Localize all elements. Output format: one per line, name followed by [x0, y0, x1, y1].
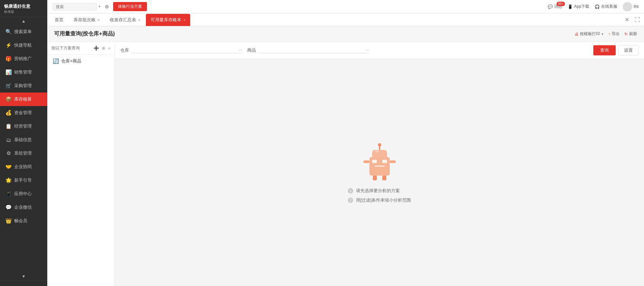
- warehouse-label: 仓库: [120, 47, 129, 53]
- print-icon: 🖨: [574, 32, 578, 36]
- online-service-btn[interactable]: 🎧 在线客服: [595, 4, 617, 9]
- tab-label-batch-ledger: 库存批次账: [74, 17, 96, 23]
- product-more-btn[interactable]: ···: [365, 48, 369, 52]
- sidebar-item-app-center[interactable]: 📱应用中心: [0, 187, 47, 201]
- scheme-icon: 🔄: [53, 58, 59, 64]
- gear-icon[interactable]: ⚙: [105, 4, 109, 9]
- headset-icon: 🎧: [595, 4, 600, 9]
- product-label: 商品: [247, 47, 256, 53]
- messages-btn[interactable]: 💬 消息 99+: [548, 4, 562, 9]
- tip-item-2: 2 用[过滤]条件来缩小分析范围: [348, 197, 411, 203]
- sidebar-item-finance[interactable]: 💰资金管理: [0, 106, 47, 120]
- settings-button[interactable]: 设置: [618, 45, 639, 55]
- print-btn[interactable]: 🖨 按模板打印 ▾: [574, 31, 603, 37]
- sidebar-item-inventory[interactable]: 📦库存核算: [0, 93, 47, 106]
- sidebar-label-search: 搜索菜单: [14, 29, 32, 35]
- sidebar-item-purchase[interactable]: 🛒采购管理: [0, 79, 47, 93]
- tip-text-2: 用[过滤]条件来缩小分析范围: [356, 197, 411, 203]
- topbar-right: 💬 消息 99+ 📱 App下载 🎧 在线客服 Rit: [548, 2, 639, 11]
- username-label: Rit: [634, 4, 639, 9]
- maximize-icon[interactable]: ⛶: [633, 16, 641, 24]
- sidebar-icon-inventory: 📦: [5, 96, 11, 102]
- tip-num-2: 2: [348, 198, 353, 203]
- close-window-icon[interactable]: ✕: [623, 15, 630, 24]
- scheme-item-warehouse-product[interactable]: 🔄 仓库+商品: [47, 55, 114, 68]
- search-input[interactable]: [53, 3, 97, 10]
- settings-scheme-icon[interactable]: ⊕: [102, 46, 105, 51]
- filter-row: 仓库 ··· 商品 ··· 查询 设置: [115, 42, 644, 59]
- sidebar-label-wechat: 企业微信: [14, 204, 32, 210]
- sidebar-icon-search: 🔍: [5, 29, 11, 35]
- sidebar-logo-sub: 标准版: [4, 9, 43, 14]
- user-avatar[interactable]: Rit: [623, 2, 639, 11]
- print-chevron-icon[interactable]: ▾: [601, 32, 603, 36]
- message-badge: 99+: [557, 2, 565, 6]
- filter-actions: 查询 设置: [593, 45, 639, 55]
- tab-close-batch-ledger[interactable]: ×: [98, 18, 100, 22]
- svg-rect-2: [382, 160, 387, 163]
- topbar-search: ▾: [53, 3, 101, 10]
- sidebar-icon-basic-info: 🗂: [5, 137, 11, 143]
- sidebar-label-basic-info: 基础信息: [14, 137, 32, 143]
- warehouse-more-btn[interactable]: ···: [238, 48, 242, 52]
- sidebar-label-purchase: 采购管理: [14, 83, 32, 89]
- chevron-down-icon[interactable]: ▾: [99, 4, 101, 9]
- sidebar-label-finance: 资金管理: [14, 110, 32, 116]
- sidebar-item-quick-nav[interactable]: ⚡快捷导航: [0, 38, 47, 52]
- tab-batch-ledger[interactable]: 库存批次账×: [69, 14, 104, 26]
- left-panel-header: 按以下方案查询 ➕ ⊕ «: [47, 42, 114, 55]
- trial-btn[interactable]: 体验行业方案: [113, 2, 147, 11]
- query-button[interactable]: 查询: [593, 45, 616, 55]
- app-download-btn[interactable]: 📱 App下载: [568, 4, 589, 9]
- sidebar-item-search[interactable]: 🔍搜索菜单: [0, 25, 47, 38]
- svg-rect-1: [372, 160, 377, 163]
- tip-item-1: 1 请先选择要分析的方案: [348, 188, 411, 194]
- sidebar-item-enterprise[interactable]: 🤝企业协同: [0, 160, 47, 174]
- sidebar-item-system[interactable]: ⚙系统管理: [0, 147, 47, 160]
- sidebar-item-marketing[interactable]: 🎁营销推广: [0, 52, 47, 66]
- product-filter: 商品 ···: [247, 47, 369, 53]
- sidebar-nav: 🔍搜索菜单⚡快捷导航🎁营销推广📊销售管理🛒采购管理📦库存核算💰资金管理📋经营管理…: [0, 25, 47, 272]
- sidebar-icon-operation: 📋: [5, 123, 11, 129]
- add-scheme-icon[interactable]: ➕: [94, 46, 99, 51]
- app-download-label: App下载: [574, 4, 589, 9]
- avatar: [623, 2, 632, 11]
- product-input-wrapper: ···: [259, 48, 369, 53]
- sidebar-item-basic-info[interactable]: 🗂基础信息: [0, 133, 47, 147]
- sidebar-icon-app-center: 📱: [5, 191, 11, 197]
- tab-receipt-summary[interactable]: 收发存汇总表×: [105, 14, 145, 26]
- tab-label-home: 首页: [55, 17, 63, 23]
- sidebar-icon-system: ⚙: [5, 150, 11, 156]
- warehouse-input[interactable]: [132, 48, 237, 52]
- sidebar-icon-enterprise: 🤝: [5, 164, 11, 170]
- sidebar-item-wechat[interactable]: 💬企业微信: [0, 201, 47, 214]
- sidebar-item-member[interactable]: 👑畅会员: [0, 214, 47, 228]
- sidebar-label-sales: 销售管理: [14, 69, 32, 75]
- sidebar-item-sales[interactable]: 📊销售管理: [0, 66, 47, 79]
- sidebar-icon-finance: 💰: [5, 110, 11, 116]
- sidebar-scroll-down[interactable]: ▼: [0, 272, 47, 280]
- product-input[interactable]: [259, 48, 364, 52]
- tip-num-1: 1: [348, 188, 353, 193]
- tab-available-ledger[interactable]: 可用量库存账本×: [146, 14, 190, 26]
- svg-rect-7: [390, 160, 396, 163]
- tab-home[interactable]: 首页: [50, 14, 68, 26]
- sidebar-bottom: [0, 280, 47, 286]
- sidebar: 畅康通好生意 标准版 ▲ 🔍搜索菜单⚡快捷导航🎁营销推广📊销售管理🛒采购管理📦库…: [0, 0, 47, 286]
- refresh-btn[interactable]: ↻ 刷新: [624, 31, 637, 37]
- tab-close-available-ledger[interactable]: ×: [183, 18, 185, 22]
- sidebar-label-operation: 经营管理: [14, 123, 32, 129]
- empty-state: 1 请先选择要分析的方案 2 用[过滤]条件来缩小分析范围: [115, 59, 644, 286]
- sidebar-item-new-guide[interactable]: 🌟新手引导: [0, 174, 47, 187]
- sidebar-scroll-up[interactable]: ▲: [0, 17, 47, 25]
- export-btn[interactable]: ↑ 导出: [608, 31, 620, 37]
- sidebar-logo: 畅康通好生意 标准版: [0, 0, 47, 17]
- main-area: ▾ ⚙ 体验行业方案 💬 消息 99+ 📱 App下载 🎧 在线客服 Rit: [47, 0, 644, 286]
- export-icon: ↑: [608, 32, 610, 36]
- content-area: 按以下方案查询 ➕ ⊕ « 🔄 仓库+商品 仓库 ···: [47, 42, 644, 286]
- sidebar-icon-marketing: 🎁: [5, 56, 11, 62]
- sidebar-label-app-center: 应用中心: [14, 191, 32, 197]
- collapse-icon[interactable]: «: [108, 46, 110, 51]
- tab-close-receipt-summary[interactable]: ×: [138, 18, 140, 22]
- sidebar-item-operation[interactable]: 📋经营管理: [0, 120, 47, 133]
